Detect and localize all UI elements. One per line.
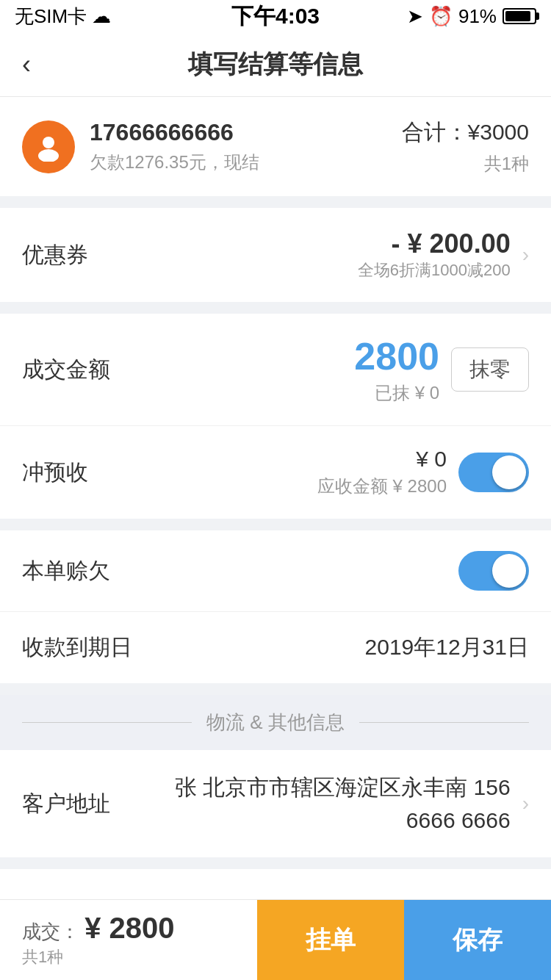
pre-charge-value: ¥ 0 — [317, 447, 447, 472]
debit-section: 本单赊欠 收款到期日 2019年12月31日 — [0, 530, 551, 683]
bottom-summary-label: 成交： ¥ 2800 — [22, 912, 235, 945]
battery-percent: 91% — [458, 5, 497, 28]
bottom-summary: 成交： ¥ 2800 共1种 — [0, 900, 257, 980]
bottom-summary-amount: ¥ 2800 — [84, 912, 174, 944]
battery-icon — [503, 8, 536, 24]
coupon-value-col: - ¥ 200.00 全场6折满1000减200 — [358, 228, 511, 281]
customer-phone: 17666666666 — [90, 119, 259, 146]
pre-charge-row: 冲预收 ¥ 0 应收金额 ¥ 2800 — [0, 426, 551, 519]
address-section: 客户地址 张 北京市市辖区海淀区永丰南 156 6666 6666 › — [0, 750, 551, 857]
pre-charge-col: ¥ 0 应收金额 ¥ 2800 — [317, 447, 447, 498]
coupon-row[interactable]: 优惠券 - ¥ 200.00 全场6折满1000减200 › — [0, 208, 551, 302]
address-value: 张 北京市市辖区海淀区永丰南 156 6666 6666 — [110, 771, 522, 837]
status-bar: 无SIM卡 ☁ 下午4:03 ➤ ⏰ 91% — [0, 0, 551, 32]
divider-text: 物流 & 其他信息 — [206, 710, 345, 735]
erase-button[interactable]: 抹零 — [451, 347, 529, 392]
deal-amount-col: 2800 已抹 ¥ 0 — [354, 334, 439, 405]
debit-toggle[interactable] — [458, 551, 529, 591]
location-icon: ➤ — [407, 5, 423, 28]
coupon-section: 优惠券 - ¥ 200.00 全场6折满1000减200 › — [0, 208, 551, 302]
debit-right — [458, 551, 529, 591]
avatar — [22, 120, 75, 173]
page-title: 填写结算等信息 — [188, 48, 363, 82]
customer-right: 合计：¥3000 共1种 — [402, 118, 529, 176]
address-row[interactable]: 客户地址 张 北京市市辖区海淀区永丰南 156 6666 6666 › — [0, 750, 551, 857]
debit-row: 本单赊欠 — [0, 530, 551, 612]
hang-button[interactable]: 挂单 — [257, 900, 404, 980]
coupon-chevron-icon: › — [522, 243, 529, 267]
customer-info: 17666666666 欠款1276.35元，现结 — [90, 119, 259, 174]
divider-line-left — [22, 722, 192, 723]
address-chevron-icon: › — [522, 792, 529, 815]
coupon-value: - ¥ 200.00 — [358, 228, 511, 259]
coupon-label: 优惠券 — [22, 240, 88, 270]
deal-amount-row: 成交金额 2800 已抹 ¥ 0 抹零 — [0, 314, 551, 426]
back-button[interactable]: ‹ — [22, 49, 31, 80]
pre-charge-label: 冲预收 — [22, 458, 88, 488]
customer-debt: 欠款1276.35元，现结 — [90, 151, 259, 174]
pre-charge-toggle[interactable] — [458, 453, 529, 492]
deal-amount-sub: 已抹 ¥ 0 — [354, 381, 439, 405]
pre-charge-right: ¥ 0 应收金额 ¥ 2800 — [317, 447, 529, 498]
deal-amount-right: 2800 已抹 ¥ 0 抹零 — [354, 334, 529, 405]
coupon-sub: 全场6折满1000减200 — [358, 259, 511, 281]
alarm-icon: ⏰ — [429, 5, 453, 28]
customer-card: 17666666666 欠款1276.35元，现结 合计：¥3000 共1种 — [0, 97, 551, 196]
pre-charge-sub: 应收金额 ¥ 2800 — [317, 475, 447, 498]
customer-count: 共1种 — [402, 152, 529, 176]
debit-label: 本单赊欠 — [22, 556, 110, 586]
deal-section: 成交金额 2800 已抹 ¥ 0 抹零 冲预收 ¥ 0 应收金额 ¥ 2800 — [0, 314, 551, 519]
bottom-summary-count: 共1种 — [22, 946, 235, 968]
status-time: 下午4:03 — [231, 1, 320, 32]
customer-left: 17666666666 欠款1276.35元，现结 — [22, 119, 259, 174]
signal-no-sim: 无SIM卡 ☁ — [15, 4, 111, 29]
divider-line-right — [359, 722, 529, 723]
svg-point-1 — [38, 149, 59, 162]
due-date-row: 收款到期日 2019年12月31日 — [0, 612, 551, 683]
due-date-value: 2019年12月31日 — [365, 633, 529, 663]
coupon-right: - ¥ 200.00 全场6折满1000减200 › — [358, 228, 529, 281]
deal-amount-value: 2800 — [354, 334, 439, 378]
deal-amount-label: 成交金额 — [22, 355, 110, 385]
bottom-bar: 成交： ¥ 2800 共1种 挂单 保存 — [0, 899, 551, 980]
svg-point-0 — [43, 137, 54, 148]
address-label: 客户地址 — [22, 789, 110, 819]
content: 17666666666 欠款1276.35元，现结 合计：¥3000 共1种 优… — [0, 97, 551, 980]
due-date-label: 收款到期日 — [22, 633, 132, 663]
section-divider: 物流 & 其他信息 — [0, 695, 551, 750]
save-button[interactable]: 保存 — [404, 900, 551, 980]
nav-bar: ‹ 填写结算等信息 — [0, 32, 551, 97]
status-left: 无SIM卡 ☁ — [15, 4, 111, 29]
status-right: ➤ ⏰ 91% — [407, 5, 536, 28]
customer-total: 合计：¥3000 — [402, 118, 529, 148]
